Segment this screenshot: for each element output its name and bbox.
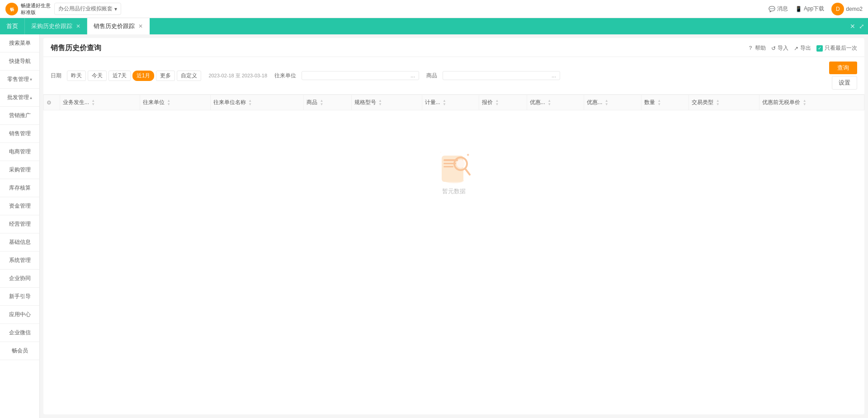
mobile-icon: 📱 <box>795 6 802 12</box>
sort-arrows[interactable]: ▲▼ <box>803 99 807 106</box>
sidebar-item-wholesale[interactable]: 批发管理 ▴ <box>0 89 39 107</box>
import-button[interactable]: ↺ 导入 <box>771 44 788 52</box>
message-action[interactable]: 💬 消息 <box>769 5 788 13</box>
svg-point-8 <box>457 160 465 168</box>
app-selector[interactable]: 办公用品行业模拟账套 ▾ <box>54 3 121 15</box>
svg-text:畅: 畅 <box>10 7 14 12</box>
tab-home[interactable]: 首页 <box>0 18 25 34</box>
date-btn-1month[interactable]: 近1月 <box>132 71 155 81</box>
goods-input[interactable] <box>447 72 552 79</box>
sidebar-item-app-center[interactable]: 应用中心 <box>0 306 39 324</box>
sidebar-item-search[interactable]: 搜索菜单 <box>0 34 39 52</box>
sidebar-enterprise-label: 企业协同 <box>9 275 31 282</box>
goods-filter-row: 商品 ... <box>426 71 560 80</box>
col-settings: ⚙ <box>44 95 60 110</box>
date-filter-row: 日期 昨天 今天 近7天 近1月 更多 自定义 2023-02-18 至 202… <box>51 71 267 81</box>
sidebar: 搜索菜单 快捷导航 零售管理 ▾ 批发管理 ▴ 营销推广 销售管理 电商管理 采… <box>0 34 40 418</box>
setting-button[interactable]: 设置 <box>832 76 857 90</box>
tab-sales-label: 销售历史价跟踪 <box>94 22 135 30</box>
partner-input[interactable] <box>306 72 410 79</box>
sort-arrows[interactable]: ▲▼ <box>378 99 382 106</box>
col-quote: 报价 ▲▼ <box>479 95 527 110</box>
sidebar-item-retail[interactable]: 零售管理 ▾ <box>0 71 39 89</box>
user-action[interactable]: D demo2 <box>831 3 863 15</box>
date-btn-7days[interactable]: 近7天 <box>108 71 131 81</box>
page-actions: ？ 帮助 ↺ 导入 ↗ 导出 ✓ 只看最后一次 <box>748 44 857 52</box>
date-buttons: 昨天 今天 近7天 近1月 更多 自定义 <box>67 71 201 81</box>
sidebar-item-sales-mgmt[interactable]: 销售管理 <box>0 125 39 143</box>
date-btn-yesterday[interactable]: 昨天 <box>67 71 86 81</box>
tab-purchase-label: 采购历史价跟踪 <box>31 22 72 30</box>
tab-purchase[interactable]: 采购历史价跟踪 ✕ <box>25 18 87 34</box>
settings-icon[interactable]: ⚙ <box>47 100 52 106</box>
logo-text: 畅捷通好生意 标准版 <box>21 2 51 15</box>
chevron-up-icon: ▴ <box>30 95 32 100</box>
date-btn-today[interactable]: 今天 <box>88 71 107 81</box>
sidebar-shortcut-label: 快捷导航 <box>9 57 31 65</box>
goods-label: 商品 <box>426 72 437 80</box>
sort-arrows[interactable]: ▲▼ <box>167 99 170 106</box>
goods-ellipsis[interactable]: ... <box>552 72 556 79</box>
last-only-checkbox[interactable]: ✓ 只看最后一次 <box>816 44 857 52</box>
sidebar-wholesale-label: 批发管理 <box>7 94 29 101</box>
sidebar-item-basic-info[interactable]: 基础信息 <box>0 233 39 252</box>
col-biz-date: 业务发生... ▲▼ <box>60 95 140 110</box>
date-btn-custom[interactable]: 自定义 <box>177 71 201 81</box>
sidebar-item-system[interactable]: 系统管理 <box>0 252 39 270</box>
sort-arrows[interactable]: ▲▼ <box>547 99 551 106</box>
sidebar-system-label: 系统管理 <box>9 256 31 264</box>
col-unit: 计量... ▲▼ <box>422 95 479 110</box>
sort-arrows[interactable]: ▲▼ <box>443 99 446 106</box>
query-button[interactable]: 查询 <box>829 62 857 74</box>
sidebar-purchase-label: 采购管理 <box>9 166 31 174</box>
sidebar-item-inventory[interactable]: 库存核算 <box>0 179 39 197</box>
app-download-label: App下载 <box>804 5 824 13</box>
app-download-action[interactable]: 📱 App下载 <box>795 5 824 13</box>
header-right: 💬 消息 📱 App下载 D demo2 <box>769 3 863 15</box>
sort-arrows[interactable]: ▲▼ <box>248 99 252 106</box>
chevron-down-icon: ▾ <box>30 77 32 82</box>
sidebar-item-guide[interactable]: 新手引导 <box>0 288 39 306</box>
sidebar-item-ecommerce[interactable]: 电商管理 <box>0 143 39 161</box>
date-label: 日期 <box>51 72 61 80</box>
sidebar-item-member[interactable]: 畅会员 <box>0 342 39 360</box>
help-button[interactable]: ？ 帮助 <box>748 44 766 52</box>
goods-input-wrap: ... <box>443 71 560 80</box>
sort-arrows[interactable]: ▲▼ <box>657 99 661 106</box>
tab-expand-icon[interactable]: ⤢ <box>859 23 864 30</box>
empty-text: 暂元数据 <box>442 187 466 195</box>
tab-purchase-close[interactable]: ✕ <box>76 23 80 29</box>
col-partner-name: 往来单位名称 ▲▼ <box>210 95 303 110</box>
sidebar-item-wechat[interactable]: 企业微信 <box>0 324 39 342</box>
sidebar-basic-label: 基础信息 <box>9 238 31 246</box>
sort-arrows[interactable]: ▲▼ <box>91 99 95 106</box>
sidebar-inventory-label: 库存核算 <box>9 184 31 192</box>
tab-sales[interactable]: 销售历史价跟踪 ✕ <box>87 18 150 34</box>
sort-arrows[interactable]: ▲▼ <box>716 99 720 106</box>
sidebar-sales-label: 销售管理 <box>9 130 31 138</box>
sidebar-item-enterprise[interactable]: 企业协同 <box>0 270 39 288</box>
tab-sales-close[interactable]: ✕ <box>138 23 143 29</box>
empty-state: ✦ · 暂元数据 <box>43 110 864 232</box>
export-button[interactable]: ↗ 导出 <box>794 44 811 52</box>
help-icon: ？ <box>748 44 753 52</box>
sort-arrows[interactable]: ▲▼ <box>320 99 324 106</box>
date-btn-more[interactable]: 更多 <box>156 71 175 81</box>
sidebar-search-label: 搜索菜单 <box>9 39 31 47</box>
sidebar-item-marketing[interactable]: 营销推广 <box>0 107 39 125</box>
sidebar-item-finance[interactable]: 资金管理 <box>0 197 39 215</box>
page-header: 销售历史价查询 ？ 帮助 ↺ 导入 ↗ 导出 ✓ <box>43 38 864 57</box>
sidebar-ecommerce-label: 电商管理 <box>9 148 31 156</box>
sidebar-wechat-label: 企业微信 <box>9 329 31 337</box>
sidebar-item-shortcut[interactable]: 快捷导航 <box>0 52 39 71</box>
sort-arrows[interactable]: ▲▼ <box>495 99 499 106</box>
partner-ellipsis[interactable]: ... <box>410 72 415 79</box>
partner-label: 往来单位 <box>274 72 296 80</box>
sidebar-operations-label: 经营管理 <box>9 220 31 228</box>
sidebar-item-purchase[interactable]: 采购管理 <box>0 161 39 179</box>
import-label: 导入 <box>778 44 788 52</box>
sidebar-item-operations[interactable]: 经营管理 <box>0 215 39 233</box>
tab-close-all-icon[interactable]: ✕ <box>850 23 855 30</box>
data-table: ⚙ 业务发生... ▲▼ 往来单位 ▲▼ 往来单位名称 <box>43 95 864 110</box>
sort-arrows[interactable]: ▲▼ <box>605 99 609 106</box>
